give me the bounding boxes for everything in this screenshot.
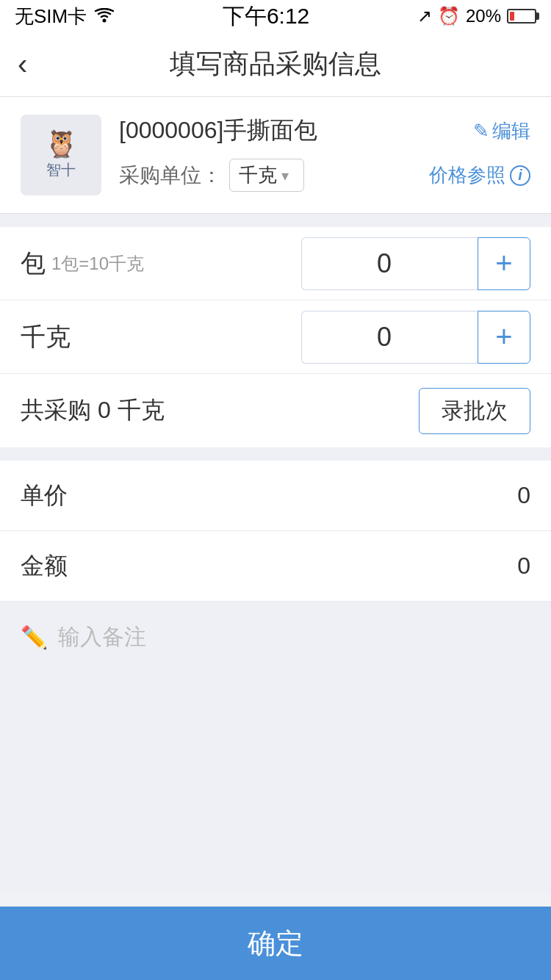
svg-point-0 (103, 18, 107, 22)
nav-bar: ‹ 填写商品采购信息 (0, 32, 551, 97)
unit-select[interactable]: 千克 ▾ (229, 159, 304, 192)
note-section[interactable]: ✏️ 输入备注 (0, 602, 551, 673)
edit-icon: ✎ (473, 120, 489, 143)
amount-value: 0 (517, 552, 530, 580)
price-ref-label: 价格参照 (429, 162, 505, 188)
status-right: ↗ ⏰ 20% (417, 6, 536, 26)
summary-text: 共采购 0 千克 (21, 394, 165, 427)
divider-1 (0, 214, 551, 227)
info-icon: i (510, 165, 530, 186)
kg-input-group: + (301, 311, 530, 364)
unit-left: 采购单位： 千克 ▾ (119, 159, 304, 192)
divider-2 (0, 447, 551, 461)
product-image: 🦉 智十 (21, 115, 101, 195)
unit-price-label: 单价 (21, 480, 68, 512)
location-icon: ↗ (417, 6, 432, 26)
content-area: 🦉 智十 [0000006]手撕面包 ✎ 编辑 采购单位： 千克 ▾ (0, 97, 551, 893)
wifi-icon (94, 5, 115, 28)
empty-area (0, 673, 551, 893)
bao-label: 包 (21, 247, 46, 281)
product-image-text: 智十 (46, 160, 76, 180)
confirm-button[interactable]: 确定 (0, 907, 551, 980)
batch-button[interactable]: 录批次 (419, 388, 530, 434)
amount-row: 金额 0 (0, 531, 551, 602)
status-left: 无SIM卡 (15, 4, 115, 29)
product-name: [0000006]手撕面包 (119, 115, 317, 147)
price-section: 单价 0 金额 0 (0, 461, 551, 602)
status-bar: 无SIM卡 下午6:12 ↗ ⏰ 20% (0, 0, 551, 32)
product-card: 🦉 智十 [0000006]手撕面包 ✎ 编辑 采购单位： 千克 ▾ (0, 97, 551, 214)
battery-indicator (507, 9, 536, 24)
chevron-down-icon: ▾ (281, 167, 289, 184)
unit-price-row: 单价 0 (0, 461, 551, 531)
alarm-icon: ⏰ (438, 6, 460, 26)
unit-price-value: 0 (517, 482, 530, 509)
price-ref-button[interactable]: 价格参照 i (429, 162, 530, 188)
amount-label: 金额 (21, 550, 68, 583)
kg-label: 千克 (21, 320, 71, 354)
bao-input[interactable] (301, 237, 478, 290)
page-title: 填写商品采购信息 (170, 46, 381, 82)
bao-input-group: + (301, 237, 530, 290)
battery-percent: 20% (466, 6, 501, 26)
edit-button[interactable]: ✎ 编辑 (473, 118, 530, 144)
pencil-icon: ✏️ (21, 624, 48, 650)
product-name-row: [0000006]手撕面包 ✎ 编辑 (119, 115, 530, 147)
status-time: 下午6:12 (223, 1, 309, 32)
bao-row: 包 1包=10千克 + (0, 227, 551, 300)
bao-plus-button[interactable]: + (478, 237, 530, 290)
back-button[interactable]: ‹ (18, 48, 27, 81)
carrier-label: 无SIM卡 (15, 4, 87, 29)
kg-row: 千克 + (0, 300, 551, 374)
product-unit-row: 采购单位： 千克 ▾ 价格参照 i (119, 159, 530, 192)
kg-plus-button[interactable]: + (478, 311, 530, 364)
unit-label: 采购单位： (119, 162, 222, 190)
kg-input[interactable] (301, 311, 478, 364)
summary-row: 共采购 0 千克 录批次 (0, 374, 551, 447)
product-image-icon: 🦉 (45, 131, 78, 157)
note-placeholder: 输入备注 (58, 622, 146, 652)
unit-value: 千克 (239, 162, 277, 188)
product-info: [0000006]手撕面包 ✎ 编辑 采购单位： 千克 ▾ 价格参照 i (119, 115, 530, 192)
form-section-bao: 包 1包=10千克 + 千克 + (0, 227, 551, 374)
bao-sub-label: 1包=10千克 (51, 252, 144, 275)
